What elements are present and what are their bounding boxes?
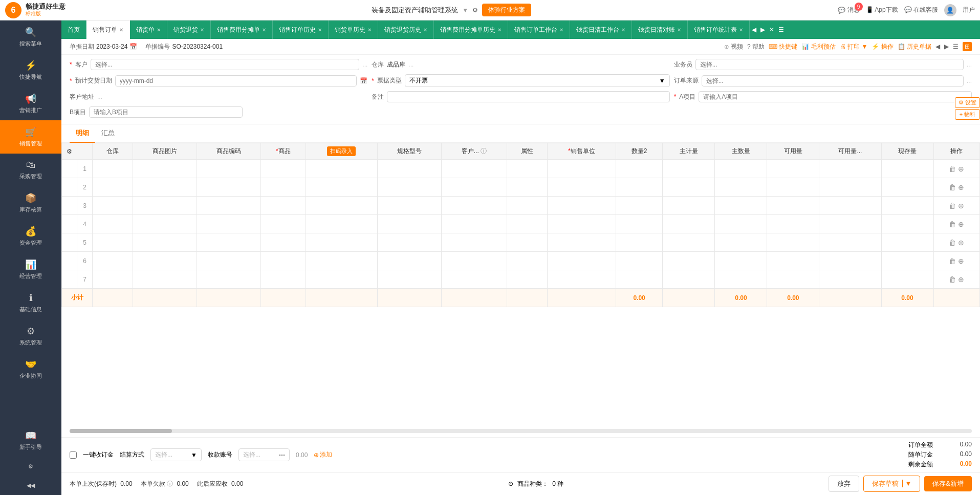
row3-product[interactable] (260, 197, 306, 215)
row7-code[interactable] (197, 270, 260, 289)
col-gear[interactable]: ⚙ (62, 143, 77, 160)
row5-qty2[interactable] (616, 233, 663, 252)
sidebar-item-marketing[interactable]: 📢 营销推广 (0, 87, 61, 120)
row3-delete-btn[interactable]: 🗑 (949, 202, 956, 210)
row1-copy-btn[interactable]: ⊕ (958, 165, 964, 173)
row5-spec[interactable] (378, 233, 442, 252)
row1-customer-code[interactable] (442, 160, 507, 178)
row1-warehouse[interactable] (93, 160, 133, 178)
tab-expense-history-close[interactable]: ✕ (497, 27, 502, 33)
save-draft-btn[interactable]: 保存草稿 ▼ (863, 476, 921, 492)
sidebar-item-search[interactable]: 🔍 搜索菜单 (0, 20, 61, 54)
row4-code[interactable] (197, 215, 260, 233)
solution-btn[interactable]: 体验行业方案 (482, 4, 531, 16)
one-key-checkbox[interactable] (70, 451, 77, 459)
row4-main-qty[interactable] (715, 215, 767, 233)
system-settings-icon[interactable]: ⚙ (472, 7, 478, 14)
tab-close-all-btn[interactable]: ✕ (767, 26, 776, 33)
preview-btn[interactable]: ⊙ 视频 (724, 42, 743, 51)
row5-customer-code[interactable] (442, 233, 507, 252)
tab-sales-order-close[interactable]: ✕ (119, 27, 123, 33)
row5-copy-btn[interactable]: ⊕ (958, 239, 964, 247)
row4-attr[interactable] (507, 215, 547, 233)
row3-code[interactable] (197, 197, 260, 215)
sidebar-item-inventory[interactable]: 📦 库存核算 (0, 186, 61, 220)
row5-attr[interactable] (507, 233, 547, 252)
tab-daily-clear-workbench[interactable]: 钱货日清工作台 ✕ (570, 20, 632, 39)
sidebar-item-operations[interactable]: 📊 经营管理 (0, 253, 61, 286)
sidebar-item-system[interactable]: ⚙ 系统管理 (0, 319, 61, 353)
row6-product[interactable] (260, 252, 306, 270)
calendar-icon[interactable]: 📅 (129, 43, 137, 50)
row7-warehouse[interactable] (93, 270, 133, 289)
list-view-btn[interactable]: ☰ (953, 43, 959, 50)
row5-delete-btn[interactable]: 🗑 (949, 239, 956, 247)
row7-spec[interactable] (378, 270, 442, 289)
tab-sales-slip-history-close[interactable]: ✕ (367, 27, 372, 33)
add-payment-btn[interactable]: ⊕ 添加 (314, 450, 332, 459)
row1-unit[interactable] (547, 160, 616, 178)
row1-attr[interactable] (507, 160, 547, 178)
row5-product[interactable] (260, 233, 306, 252)
discard-btn[interactable]: 放弃 (829, 476, 859, 492)
tab-sales-expense-close[interactable]: ✕ (262, 27, 266, 33)
tab-strip-detail[interactable]: 明细 (70, 124, 95, 143)
row3-copy-btn[interactable]: ⊕ (958, 202, 964, 210)
sidebar-collapse-btn[interactable]: ◀◀ (0, 476, 61, 495)
row4-qty2[interactable] (616, 215, 663, 233)
row7-attr[interactable] (507, 270, 547, 289)
operation-btn[interactable]: ⚡ 操作 (872, 42, 893, 51)
message-area[interactable]: 💬 9 消息 (838, 6, 860, 14)
row4-product[interactable] (260, 215, 306, 233)
order-source-input[interactable] (702, 75, 964, 87)
app-download[interactable]: 📱 App下载 (866, 6, 898, 14)
row4-unit[interactable] (547, 215, 616, 233)
customer-input[interactable] (91, 59, 360, 70)
row1-delete-btn[interactable]: 🗑 (949, 165, 956, 173)
row1-product[interactable] (260, 160, 306, 178)
row2-unit[interactable] (547, 178, 616, 197)
row5-warehouse[interactable] (93, 233, 133, 252)
tab-sales-return[interactable]: 销货退货 ✕ (167, 20, 211, 39)
row3-spec[interactable] (378, 197, 442, 215)
row1-spec[interactable] (378, 160, 442, 178)
tab-sales-slip-close[interactable]: ✕ (157, 27, 161, 33)
print-btn[interactable]: 🖨 打印 ▼ (840, 42, 868, 51)
save-new-btn[interactable]: 保存&新增 (924, 476, 972, 491)
sidebar-item-basic-info[interactable]: ℹ 基础信息 (0, 286, 61, 319)
invoice-select[interactable]: 不开票 ▼ (405, 74, 670, 87)
account-select[interactable]: 选择... ⋯ (238, 448, 290, 461)
sidebar-item-enterprise[interactable]: 🤝 企业协同 (0, 353, 61, 386)
row7-copy-btn[interactable]: ⊕ (958, 275, 964, 284)
row2-spec[interactable] (378, 178, 442, 197)
save-draft-dropdown-icon[interactable]: ▼ (902, 480, 911, 487)
customer-code-info-icon[interactable]: ⓘ (481, 147, 487, 155)
shortcut-btn[interactable]: ⌨ 快捷键 (769, 42, 797, 51)
history-btn[interactable]: 📋 历史单据 (898, 42, 931, 51)
row2-copy-btn[interactable]: ⊕ (958, 183, 964, 191)
tab-expense-history[interactable]: 销售费用分摊单历史 ✕ (434, 20, 508, 39)
row2-code[interactable] (197, 178, 260, 197)
row5-main-qty[interactable] (715, 233, 767, 252)
tab-daily-reconcile[interactable]: 钱货日清对账 ✕ (632, 20, 688, 39)
warehouse-more-icon[interactable]: ... (408, 61, 413, 68)
settings-btn[interactable]: ⚙ 设置 (955, 97, 980, 108)
row5-code[interactable] (197, 233, 260, 252)
tab-sales-order-history-close[interactable]: ✕ (318, 27, 322, 33)
row2-product[interactable] (260, 178, 306, 197)
row4-warehouse[interactable] (93, 215, 133, 233)
row6-attr[interactable] (507, 252, 547, 270)
tab-order-workbench-close[interactable]: ✕ (559, 27, 563, 33)
row4-copy-btn[interactable]: ⊕ (958, 220, 964, 228)
row3-customer-code[interactable] (442, 197, 507, 215)
salesperson-input[interactable] (695, 59, 964, 70)
a-project-input[interactable] (699, 91, 972, 102)
row2-delete-btn[interactable]: 🗑 (949, 183, 956, 191)
tab-order-stats-close[interactable]: ✕ (739, 27, 743, 33)
scrollbar[interactable] (70, 429, 972, 433)
user-avatar[interactable]: 👤 (944, 4, 956, 16)
row5-unit[interactable] (547, 233, 616, 252)
tab-return-history[interactable]: 销货退货历史 ✕ (378, 20, 434, 39)
row6-delete-btn[interactable]: 🗑 (949, 257, 956, 265)
sidebar-item-quicknav[interactable]: ⚡ 快捷导航 (0, 54, 61, 87)
